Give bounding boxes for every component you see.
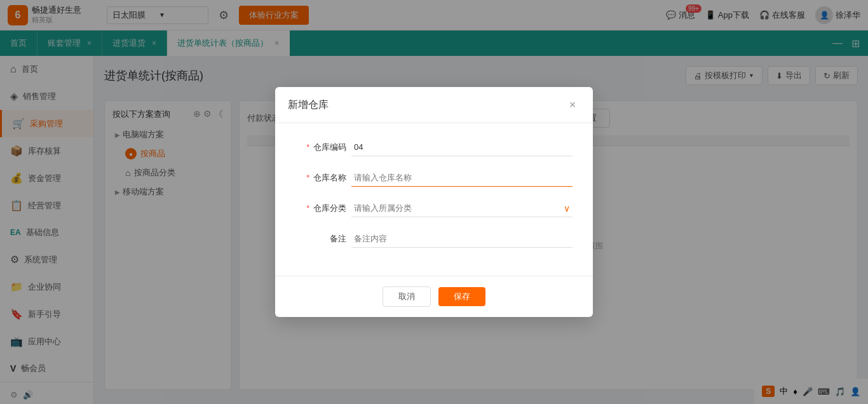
required-mark: * xyxy=(306,142,309,152)
warehouse-code-input[interactable] xyxy=(351,138,573,156)
form-row-category: * 仓库分类 ∨ xyxy=(295,199,573,217)
required-mark-name: * xyxy=(306,173,309,182)
dialog-close-button[interactable]: × xyxy=(565,97,580,112)
save-button[interactable]: 保存 xyxy=(438,287,485,306)
form-row-remark: 备注 xyxy=(295,230,573,248)
dialog-header: 新增仓库 × xyxy=(275,87,593,123)
add-warehouse-dialog: 新增仓库 × * 仓库编码 * 仓库名称 xyxy=(275,87,593,317)
remark-label: 备注 xyxy=(295,233,346,245)
name-label: * 仓库名称 xyxy=(295,172,346,184)
warehouse-name-input[interactable] xyxy=(351,169,573,187)
warehouse-remark-input[interactable] xyxy=(351,230,573,248)
category-select-container: ∨ xyxy=(351,199,573,217)
warehouse-category-input[interactable] xyxy=(351,199,573,217)
required-mark-category: * xyxy=(306,203,309,213)
cancel-button[interactable]: 取消 xyxy=(383,286,431,307)
dialog-title: 新增仓库 xyxy=(288,98,329,112)
modal-overlay[interactable]: 新增仓库 × * 仓库编码 * 仓库名称 xyxy=(0,0,868,404)
dialog-footer: 取消 保存 xyxy=(275,276,593,317)
code-label: * 仓库编码 xyxy=(295,142,346,153)
dialog-body: * 仓库编码 * 仓库名称 * 仓库分类 xyxy=(275,123,593,276)
form-row-name: * 仓库名称 xyxy=(295,169,573,187)
category-dropdown-icon[interactable]: ∨ xyxy=(564,203,570,213)
form-row-code: * 仓库编码 xyxy=(295,138,573,156)
category-label: * 仓库分类 xyxy=(295,203,346,214)
